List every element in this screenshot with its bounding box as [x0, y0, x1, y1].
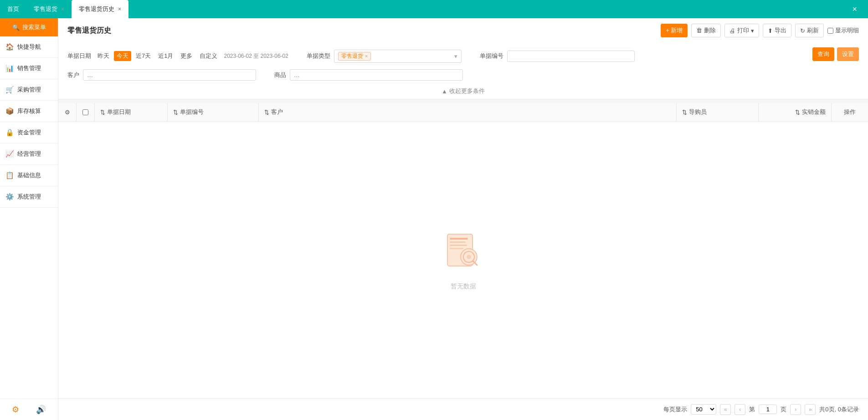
th-amount-sort: ⇅ — [795, 109, 800, 116]
display-detail-toggle[interactable]: 显示明细 — [827, 26, 859, 35]
bill-type-label: 单据类型 — [307, 52, 330, 60]
th-date: ⇅ 单据日期 — [95, 103, 168, 121]
collapse-more-btn[interactable]: ▲ 收起更多条件 — [67, 85, 859, 99]
refresh-button[interactable]: ↻ 刷新 — [795, 24, 824, 37]
tab-retail-return-history[interactable]: 零售退货历史 × — [72, 0, 128, 18]
goods-input[interactable] — [290, 69, 463, 81]
tab-retail-return-label: 零售退货 — [34, 5, 57, 13]
date-range-display: 2023-06-02 至 2023-06-02 — [224, 52, 288, 60]
sidebar-item-finance[interactable]: 🔒 资金管理 — [0, 122, 58, 143]
page-size-label: 每页显示 — [663, 405, 687, 414]
setting-button[interactable]: 设置 — [837, 47, 859, 61]
th-checkbox[interactable] — [77, 103, 95, 121]
sidebar-item-purchase[interactable]: 🛒 采购管理 — [0, 79, 58, 101]
volume-icon[interactable]: 🔊 — [36, 405, 46, 415]
print-button[interactable]: 🖨 打印 ▾ — [724, 24, 759, 37]
bill-no-input[interactable] — [507, 51, 635, 62]
date-opt-yesterday[interactable]: 昨天 — [95, 51, 112, 61]
sidebar-item-operations[interactable]: 📈 经营管理 — [0, 143, 58, 165]
export-button[interactable]: ⬆ 导出 — [763, 24, 791, 37]
last-page-button[interactable]: » — [805, 404, 816, 415]
tab-home[interactable]: 首页 — [0, 0, 26, 18]
sidebar-item-purchase-label: 采购管理 — [17, 86, 41, 94]
filter-row-2: 客户 商品 — [67, 69, 859, 81]
th-op-text: 操作 — [844, 108, 856, 116]
tabs-container: 首页 零售退货 × 零售退货历史 × — [0, 0, 848, 18]
goods-filter: 商品 — [274, 69, 463, 81]
tab-home-label: 首页 — [7, 5, 19, 13]
new-button[interactable]: + 新增 — [661, 24, 688, 37]
tab-retail-return[interactable]: 零售退货 × — [26, 0, 72, 18]
customer-filter-label: 客户 — [67, 71, 79, 79]
pagination-bar: 每页显示 50 100 200 « ‹ 第 页 › » 共0页, 0条记录 — [58, 398, 868, 420]
sidebar-item-inventory[interactable]: 📦 库存核算 — [0, 101, 58, 122]
content-area: 零售退货历史 + 新增 🗑 删除 🖨 打印 ▾ ⬆ 导出 ↻ — [58, 18, 868, 420]
query-button[interactable]: 查询 — [812, 47, 834, 61]
tab-retail-return-history-close[interactable]: × — [118, 6, 121, 12]
date-opt-1month[interactable]: 近1月 — [155, 51, 176, 61]
collapse-more-label: 收起更多条件 — [449, 87, 485, 95]
settings-bottom-icon[interactable]: ⚙ — [12, 405, 19, 415]
svg-rect-1 — [450, 238, 468, 240]
date-opt-today[interactable]: 今天 — [114, 51, 131, 61]
sidebar-item-system-label: 系统管理 — [17, 193, 41, 201]
date-filter: 单据日期 昨天 今天 近7天 近1月 更多 自定义 2023-06-02 至 2… — [67, 51, 288, 61]
date-opt-7days[interactable]: 近7天 — [133, 51, 154, 61]
next-page-button[interactable]: › — [790, 404, 801, 415]
th-customer-text: 客户 — [271, 108, 283, 116]
page-title: 零售退货历史 — [67, 26, 111, 36]
bill-type-select[interactable]: 零售退货 × ▾ — [334, 50, 462, 63]
sidebar-item-quick-nav-label: 快捷导航 — [17, 43, 41, 51]
th-bill-no-sort: ⇅ — [173, 109, 178, 116]
date-opt-more[interactable]: 更多 — [178, 51, 195, 61]
page-title-row: 零售退货历史 + 新增 🗑 删除 🖨 打印 ▾ ⬆ 导出 ↻ — [67, 24, 859, 37]
select-all-checkbox[interactable] — [82, 109, 88, 115]
bill-type-dropdown-icon: ▾ — [454, 53, 457, 60]
th-settings[interactable]: ⚙ — [58, 103, 77, 121]
sidebar-item-basic-info-label: 基础信息 — [17, 171, 41, 179]
th-amount-text: 实销金额 — [802, 108, 826, 116]
sidebar-item-finance-label: 资金管理 — [17, 128, 41, 137]
th-guide-text: 导购员 — [689, 108, 707, 116]
sidebar-item-basic-info[interactable]: 📋 基础信息 — [0, 165, 58, 186]
page-number-input[interactable] — [759, 405, 777, 414]
customer-input[interactable] — [83, 69, 256, 81]
operations-icon: 📈 — [5, 150, 14, 158]
sidebar-search[interactable]: 🔍 搜索菜单 — [0, 18, 58, 36]
sidebar-item-quick-nav[interactable]: 🏠 快捷导航 — [0, 36, 58, 58]
tab-retail-return-close[interactable]: × — [61, 6, 64, 12]
th-op: 操作 — [832, 103, 868, 121]
bill-type-tag-remove[interactable]: × — [365, 53, 368, 59]
export-icon: ⬆ — [768, 27, 773, 34]
first-page-button[interactable]: « — [720, 404, 731, 415]
window-close-button[interactable]: × — [848, 5, 861, 14]
refresh-label: 刷新 — [807, 26, 819, 35]
sidebar-bottom: ⚙ 🔊 — [0, 399, 58, 420]
display-detail-label: 显示明细 — [835, 26, 859, 35]
delete-button[interactable]: 🗑 删除 — [691, 24, 721, 37]
inventory-icon: 📦 — [5, 107, 14, 115]
print-icon: 🖨 — [729, 27, 735, 34]
table-container: ⚙ ⇅ 单据日期 ⇅ 单据编号 ⇅ 客户 ⇅ — [58, 103, 868, 398]
goods-filter-label: 商品 — [274, 71, 286, 79]
finance-icon: 🔒 — [5, 128, 14, 137]
tab-retail-return-history-label: 零售退货历史 — [79, 5, 114, 13]
display-detail-checkbox[interactable] — [827, 28, 833, 34]
sidebar-item-inventory-label: 库存核算 — [17, 107, 41, 115]
svg-point-8 — [467, 255, 471, 259]
page-size-select[interactable]: 50 100 200 — [691, 404, 716, 415]
top-bar: 首页 零售退货 × 零售退货历史 × × — [0, 0, 868, 18]
svg-rect-3 — [450, 245, 467, 246]
page-header: 零售退货历史 + 新增 🗑 删除 🖨 打印 ▾ ⬆ 导出 ↻ — [58, 18, 868, 99]
empty-text: 暂无数据 — [451, 282, 476, 291]
svg-rect-2 — [450, 241, 466, 243]
sidebar-item-sales[interactable]: 📊 销售管理 — [0, 58, 58, 79]
date-opt-custom[interactable]: 自定义 — [197, 51, 220, 61]
sidebar-item-operations-label: 经营管理 — [17, 150, 41, 158]
empty-icon — [441, 230, 486, 275]
prev-page-button[interactable]: ‹ — [734, 404, 745, 415]
svg-rect-4 — [450, 248, 463, 249]
page-unit: 页 — [781, 405, 786, 414]
th-date-text: 单据日期 — [107, 108, 131, 116]
sidebar-item-system[interactable]: ⚙️ 系统管理 — [0, 186, 58, 208]
